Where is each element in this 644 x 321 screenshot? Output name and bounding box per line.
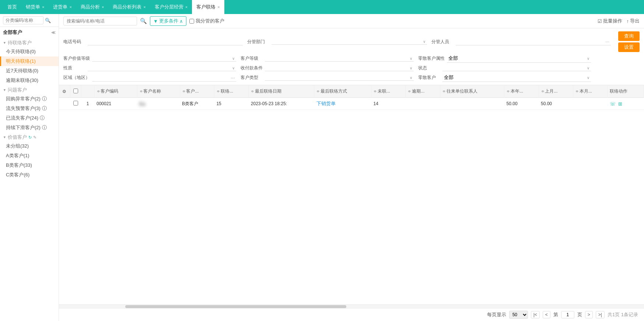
query-button[interactable]: 查询 — [618, 31, 640, 41]
batch-operation-button[interactable]: ☑ 批量操作 — [598, 18, 622, 24]
sidebar-group-value[interactable]: 价值客户 ↻ ✎ — [0, 132, 59, 141]
sidebar-item-today-contact[interactable]: 今天待联络(0) — [0, 47, 59, 56]
retail-attr-field: 零散客户属性 全部∨ — [418, 54, 591, 63]
th-last-month[interactable]: 上月... — [539, 85, 573, 98]
nav-customer-contact[interactable]: 客户联络 × — [192, 0, 224, 14]
customer-type-select[interactable]: ∨ — [265, 75, 413, 81]
search-button[interactable]: 🔍 — [140, 18, 147, 24]
th-last-contact-date[interactable]: 最后联络日期 — [249, 85, 314, 98]
content-area: 🔍 ▼ 更多条件 ∧ 我分管的客户 ☑ 批量操作 ↑ 导出 — [59, 14, 644, 321]
th-this-month[interactable]: 本月... — [573, 85, 607, 98]
page-input[interactable] — [561, 311, 574, 318]
sidebar-search-bar: 🔍 — [0, 14, 59, 27]
refresh-icon[interactable]: ↻ — [28, 135, 32, 140]
last-contact-method-link[interactable]: 下销货单 — [316, 101, 336, 106]
phone-label: 电话号码 — [63, 39, 85, 45]
export-button[interactable]: ↑ 导出 — [627, 18, 640, 24]
last-page-button[interactable]: >| — [596, 311, 605, 318]
sidebar-search-icon[interactable]: 🔍 — [45, 18, 51, 23]
search-input[interactable] — [63, 17, 137, 25]
td-code: 000021 — [94, 98, 137, 110]
row-checkbox[interactable] — [73, 101, 78, 106]
area-label: 区域（地区） — [63, 75, 90, 81]
nav-close-icon[interactable]: × — [102, 5, 104, 9]
sidebar-item-a-class[interactable]: A类客户(1) — [0, 151, 59, 160]
action-qr-icon[interactable]: ⊞ — [618, 101, 622, 107]
sidebar-search-input[interactable] — [3, 16, 43, 24]
nav-purchase-order[interactable]: 进货单 × — [49, 0, 76, 14]
sidebar-item-churned[interactable]: 已流失客户(24) ⓘ — [0, 113, 59, 123]
more-conditions-button[interactable]: ▼ 更多条件 ∧ — [150, 16, 186, 26]
td-last-contact-method[interactable]: 下销货单 — [314, 98, 371, 110]
more-icon[interactable]: ··· — [231, 75, 235, 80]
nature-select[interactable]: ∨ — [88, 65, 236, 71]
th-customer-name[interactable]: 客户名称 — [137, 85, 180, 98]
my-customers-check-input[interactable] — [189, 19, 194, 24]
sidebar-item-declining[interactable]: 持续下滑客户(2) ⓘ — [0, 123, 59, 132]
phone-input[interactable] — [88, 38, 243, 45]
status-select[interactable]: ∨ — [442, 65, 591, 71]
sidebar-item-churn-warning[interactable]: 流失预警客户(3) ⓘ — [0, 104, 59, 113]
th-last-contact-method[interactable]: 最后联络方式 — [314, 85, 371, 98]
first-page-button[interactable]: |< — [531, 311, 540, 318]
sidebar-all-customers[interactable]: 全部客户 ≪ — [0, 27, 59, 38]
td-checkbox[interactable] — [70, 98, 81, 110]
td-num: 1 — [81, 98, 94, 110]
sidebar-item-tomorrow-contact[interactable]: 明天待联络(1) — [0, 56, 59, 66]
sub-person-select[interactable]: ··· — [456, 38, 611, 45]
action-phone-icon[interactable]: ☏ — [610, 101, 616, 107]
th-customer-type[interactable]: 客户... — [180, 85, 214, 98]
scrollbar-thumb[interactable] — [125, 305, 346, 308]
collapse-icon: ≪ — [51, 30, 56, 35]
nav-close-active-icon[interactable]: × — [217, 5, 220, 9]
horizontal-scrollbar[interactable] — [59, 304, 644, 308]
customer-value-select[interactable]: ∨ — [92, 56, 236, 62]
edit-icon[interactable]: ✎ — [33, 135, 36, 140]
filter-icon: ▼ — [153, 18, 158, 24]
td-settings — [59, 98, 70, 110]
sub-dept-select[interactable]: ∨ — [272, 39, 427, 45]
th-overdue[interactable]: 逾期... — [406, 85, 440, 98]
next-page-button[interactable]: > — [585, 311, 593, 318]
nav-product-analysis[interactable]: 商品分析 × — [76, 0, 108, 14]
sidebar-group-problem[interactable]: 问题客户 — [0, 85, 59, 94]
sidebar-item-repurchase-abnormal[interactable]: 回购异常客户(2) ⓘ — [0, 94, 59, 104]
th-checkbox[interactable] — [70, 85, 81, 98]
retail-attr-select[interactable]: 全部∨ — [447, 54, 591, 63]
th-settings[interactable]: ⚙ — [59, 85, 70, 98]
settings-button[interactable]: 设置 — [618, 42, 640, 52]
th-unit-contact[interactable]: 往来单位联系人 — [440, 85, 504, 98]
sidebar-item-b-class[interactable]: B类客户(33) — [0, 160, 59, 170]
th-uncontacted[interactable]: 未联... — [371, 85, 406, 98]
my-customers-checkbox[interactable]: 我分管的客户 — [189, 18, 224, 24]
retail-customer-select[interactable]: 全部∨ — [442, 73, 591, 82]
payment-field: 收付款条件 ∨ — [241, 65, 413, 71]
nav-close-icon[interactable]: × — [69, 5, 71, 9]
area-select[interactable]: ··· — [92, 74, 236, 82]
nav-sales-order[interactable]: 销货单 × — [21, 0, 49, 14]
payment-select[interactable]: ∨ — [265, 65, 413, 71]
prev-page-button[interactable]: < — [543, 311, 550, 318]
th-contacts[interactable]: 联络... — [214, 85, 248, 98]
status-field: 状态 ∨ — [418, 65, 591, 71]
area-field: 区域（地区） ··· — [63, 74, 236, 82]
nav-customer-tier[interactable]: 客户分层经营 × — [150, 0, 192, 14]
per-page-select[interactable]: 50 100 200 — [509, 311, 528, 319]
sidebar-item-7day-contact[interactable]: 近7天待联络(0) — [0, 66, 59, 76]
more-icon[interactable]: ··· — [605, 39, 609, 44]
nav-home[interactable]: 首页 — [3, 0, 21, 14]
nav-close-icon[interactable]: × — [185, 5, 188, 9]
customer-level-select[interactable]: ∨ — [265, 56, 413, 62]
sidebar-item-c-class[interactable]: C类客户(6) — [0, 170, 59, 180]
nav-close-icon[interactable]: × — [143, 5, 146, 9]
chevron-up-icon: ∧ — [179, 18, 183, 24]
sidebar-item-ungrouped[interactable]: 未分组(32) — [0, 141, 59, 151]
select-all-checkbox[interactable] — [73, 89, 78, 93]
th-customer-code[interactable]: 客户编码 — [94, 85, 137, 98]
sidebar-group-pending[interactable]: 待联络客户 — [0, 38, 59, 47]
th-this-year[interactable]: 本年... — [504, 85, 539, 98]
nav-close-icon[interactable]: × — [42, 5, 44, 9]
sidebar-item-overdue-contact[interactable]: 逾期未联络(30) — [0, 76, 59, 85]
nav-product-analysis-list[interactable]: 商品分析列表 × — [108, 0, 150, 14]
chevron-down-icon: ∨ — [410, 66, 412, 70]
